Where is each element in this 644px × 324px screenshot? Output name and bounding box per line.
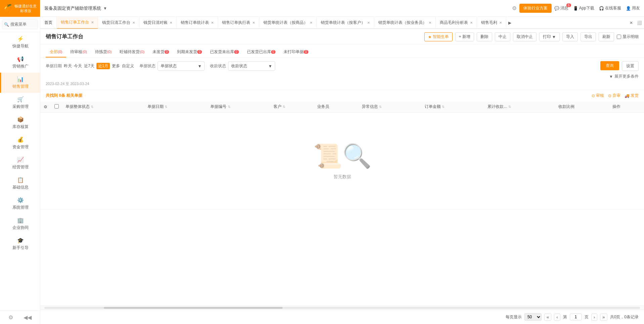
msg-item[interactable]: 💬 消息 6 xyxy=(554,5,568,11)
payment-select[interactable]: 收款状态 ▼ xyxy=(228,62,275,71)
audit-btn[interactable]: ⊙ 审核 xyxy=(592,93,604,98)
next-page-btn[interactable]: › xyxy=(591,314,597,321)
subtab-not-printed[interactable]: 未打印单据0 xyxy=(280,47,312,57)
topbar-gear-icon[interactable]: ⚙ xyxy=(512,5,517,11)
tab-close-sales-summary-staff[interactable]: ✕ xyxy=(429,21,431,25)
subtab-pending-check[interactable]: 待拣货(0) xyxy=(91,47,116,57)
tab-close-cash-daily[interactable]: ✕ xyxy=(132,21,135,25)
delete-btn[interactable]: 删除 xyxy=(477,32,492,41)
tab-cash-reconcile[interactable]: 钱货日清对账✕ xyxy=(139,17,177,29)
tabbar-more-btn[interactable]: ▶ xyxy=(506,21,513,25)
expand-conditions-btn[interactable]: ▼ 展开更多条件 xyxy=(609,74,639,79)
system-dropdown[interactable]: ▼ xyxy=(103,6,107,11)
date-opt-custom[interactable]: 自定义 xyxy=(122,63,134,69)
col-amount[interactable]: 订单金额 ⇅ xyxy=(421,101,484,113)
tab-sales-workbench[interactable]: 销售订单工作台✕ xyxy=(57,17,98,29)
col-date[interactable]: 单据日期 ⇅ xyxy=(144,101,207,113)
sidebar-item-marketing[interactable]: 📢营销推广 xyxy=(0,52,40,73)
tab-close-sales-profit[interactable]: ✕ xyxy=(499,21,502,25)
sidebar-item-base-info[interactable]: 📋基础信息 xyxy=(0,173,40,194)
refresh-btn[interactable]: 刷新 xyxy=(599,32,614,41)
online-service-item[interactable]: 🎧 在线客服 xyxy=(599,5,621,11)
sidebar-item-sys-mgmt[interactable]: ⚙️系统管理 xyxy=(0,194,40,214)
search-menu-button[interactable]: 🔍 搜索菜单 xyxy=(2,19,38,29)
tab-close-sales-workbench[interactable]: ✕ xyxy=(91,21,94,24)
tab-close-sales-stats[interactable]: ✕ xyxy=(211,21,214,25)
sidebar-item-enterprise[interactable]: 🏢企业协同 xyxy=(0,214,40,234)
tab-cash-daily[interactable]: 钱货日清工作台✕ xyxy=(98,17,139,29)
sidebar-item-purchase[interactable]: 🛒采购管理 xyxy=(0,93,40,113)
tab-close-gross-margin[interactable]: ✕ xyxy=(470,21,473,25)
subtab-not-shipped[interactable]: 未发货0 xyxy=(148,47,173,57)
col-checkbox[interactable] xyxy=(51,101,62,113)
scrollbar-thumb[interactable] xyxy=(104,307,283,309)
show-detail-label[interactable]: 显示明细 xyxy=(617,34,639,40)
tab-sales-stats[interactable]: 销售订单统计表✕ xyxy=(177,17,218,29)
select-all-checkbox[interactable] xyxy=(54,104,59,109)
add-btn[interactable]: + 新增 xyxy=(455,32,474,41)
date-opt-yesterday[interactable]: 昨天 xyxy=(64,63,72,69)
status-select[interactable]: 单据状态 ▼ xyxy=(158,62,205,71)
tab-sales-summary-customer[interactable]: 销货单统计表（按客户）✕ xyxy=(317,17,374,29)
query-btn[interactable]: 查询 xyxy=(600,61,619,70)
last-page-btn[interactable]: » xyxy=(600,314,607,321)
user-item[interactable]: 👤 用友 xyxy=(626,5,640,11)
sidebar-item-guide[interactable]: 🎓新手引导 xyxy=(0,234,40,254)
collapse-icon[interactable]: ◀◀ xyxy=(24,314,32,321)
col-exception[interactable]: 异常信息 ⇅ xyxy=(358,101,421,113)
date-opt-1month[interactable]: 近1月 xyxy=(96,63,110,69)
app-download-item[interactable]: 📱 App下载 xyxy=(573,5,594,11)
subtab-shipped-not-out[interactable]: 已发货未出库0 xyxy=(206,47,243,57)
col-settings[interactable]: ⚙ xyxy=(40,101,51,113)
col-customer[interactable]: 客户 ⇅ xyxy=(270,101,314,113)
date-opt-7days[interactable]: 近7天 xyxy=(84,63,94,69)
tab-close-sales-summary-product[interactable]: ✕ xyxy=(310,21,312,25)
date-opt-more[interactable]: 更多 xyxy=(112,63,120,69)
prev-page-btn[interactable]: ‹ xyxy=(554,314,560,321)
tab-close-cash-reconcile[interactable]: ✕ xyxy=(170,21,172,25)
ship-btn[interactable]: 🚚 发货 xyxy=(625,93,639,98)
tabbar-maximize-btn[interactable]: ⬜ xyxy=(635,17,644,29)
col-number[interactable]: 单据编号 ⇅ xyxy=(207,101,270,113)
subtab-overdue-not-shipped[interactable]: 到期未发货0 xyxy=(173,47,206,57)
tab-sales-profit[interactable]: 销售毛利✕ xyxy=(477,17,506,29)
tab-close-sales-summary-customer[interactable]: ✕ xyxy=(367,21,370,25)
page-size-select[interactable]: 50 10 20 100 xyxy=(524,313,542,321)
subtab-pending-review[interactable]: 待审核(0) xyxy=(66,47,91,57)
settings-icon[interactable]: ⚙ xyxy=(8,314,13,321)
tab-sales-summary-staff[interactable]: 销货单统计表（按业务员）✕ xyxy=(374,17,436,29)
page-input[interactable] xyxy=(570,314,582,320)
show-detail-checkbox[interactable] xyxy=(617,35,621,39)
sidebar-item-operation[interactable]: 📈经营管理 xyxy=(0,153,40,173)
print-btn[interactable]: 打印 ▼ xyxy=(539,32,560,41)
tab-close-sales-exec[interactable]: ✕ xyxy=(252,21,255,25)
sidebar-item-finance[interactable]: 💰资金管理 xyxy=(0,133,40,153)
suspend-btn[interactable]: 中止 xyxy=(495,32,510,41)
set-btn[interactable]: 设置 xyxy=(622,61,639,71)
subtab-all[interactable]: 全部(0) xyxy=(46,47,66,57)
col-status[interactable]: 单据整体状态 ⇅ xyxy=(62,101,144,113)
col-staff[interactable]: 业务员 xyxy=(314,101,358,113)
industry-btn[interactable]: 体验行业方案 xyxy=(519,4,552,13)
first-page-btn[interactable]: « xyxy=(544,314,551,321)
smart-create-btn[interactable]: ★ 智能生单 xyxy=(424,32,453,41)
import-btn[interactable]: 导入 xyxy=(562,32,578,41)
subtab-wangpu-ship[interactable]: 旺铺待发货(0) xyxy=(116,47,148,57)
subtab-shipped-out[interactable]: 已发货已出库0 xyxy=(243,47,280,57)
nav-label-quick-nav: 快捷导航 xyxy=(12,43,29,49)
export-btn[interactable]: 导出 xyxy=(581,32,596,41)
cancel-audit-btn[interactable]: ⊙ 弃审 xyxy=(608,93,620,98)
tab-home[interactable]: 首页 xyxy=(40,17,57,29)
sidebar-item-quick-nav[interactable]: ⚡快捷导航 xyxy=(0,32,40,52)
date-opt-today[interactable]: 今天 xyxy=(74,63,82,69)
empty-icon: 📜🔍 xyxy=(313,142,372,170)
tab-gross-margin[interactable]: 商品毛利分析表✕ xyxy=(436,17,477,29)
sidebar-item-inventory[interactable]: 📦库存核算 xyxy=(0,113,40,133)
tab-sales-exec[interactable]: 销售订单执行表✕ xyxy=(218,17,259,29)
sidebar-item-sales[interactable]: 📊销售管理 xyxy=(0,73,40,93)
tab-label-cash-reconcile: 钱货日清对账 xyxy=(143,20,168,26)
tab-sales-summary-product[interactable]: 销货单统计表（按商品）✕ xyxy=(259,17,317,29)
col-cumulative[interactable]: 累计收款... ⇅ xyxy=(484,101,555,113)
tabbar-close-all-btn[interactable]: ✕ xyxy=(628,17,635,29)
cancel-suspend-btn[interactable]: 取消中止 xyxy=(513,32,536,41)
